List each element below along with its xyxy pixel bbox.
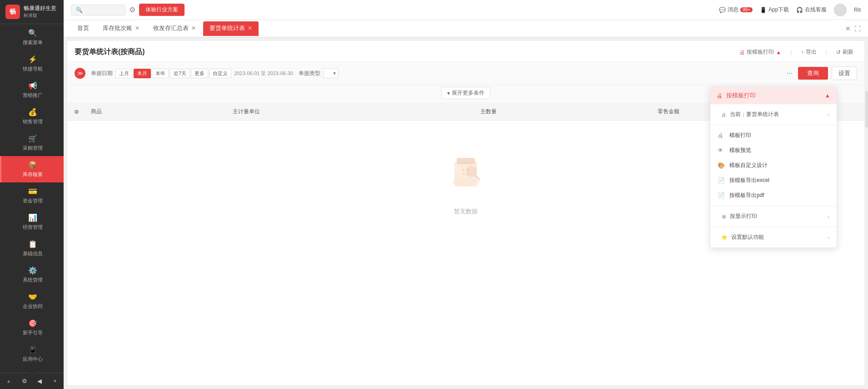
dropdown-template-design[interactable]: 🎨 模板自定义设计: [710, 158, 837, 173]
cooperation-icon: 🤝: [28, 293, 37, 301]
settings-btn[interactable]: 设置: [832, 66, 857, 80]
scroll-down-btn[interactable]: ▼: [52, 378, 58, 384]
tab-close-icon[interactable]: ✕: [191, 25, 196, 31]
export-excel-label: 按模板导出excel: [729, 177, 769, 184]
username: Rit: [854, 7, 861, 13]
tab-inventory-batch[interactable]: 库存批次账 ✕: [96, 21, 146, 36]
template-design-label: 模板自定义设计: [729, 162, 768, 169]
sidebar-item-basic[interactable]: 📋 基础信息: [0, 235, 64, 262]
scroll-up-btn[interactable]: ▲: [5, 378, 12, 384]
expand-more-btn[interactable]: ▾ 展开更多条件: [441, 87, 490, 99]
sidebar-item-operation[interactable]: 📊 经营管理: [0, 209, 64, 235]
sidebar-item-wechat[interactable]: 💬 企业微信: [0, 367, 64, 373]
purchase-icon: 🛒: [28, 134, 37, 143]
chevron-right-icon3: ›: [828, 235, 829, 240]
export-excel-icon: 📄: [718, 177, 725, 184]
date-filter-group: 单据日期 上月 本月 本年 近7天 更多 自定义 2023-06-01 至 20…: [91, 69, 293, 78]
date-btn-custom[interactable]: 自定义: [209, 69, 231, 78]
date-btn-more[interactable]: 更多: [191, 69, 208, 78]
filter-bar: ≫ 单据日期 上月 本月 本年 近7天 更多 自定义 2023-06-01 至 …: [67, 62, 864, 85]
export-icon: ↑: [801, 49, 804, 56]
template-preview-icon: 👁: [718, 147, 725, 154]
dropdown-collapse-btn[interactable]: ▲: [825, 92, 830, 99]
maximize-window-btn[interactable]: ⛶: [854, 25, 861, 32]
current-template-icon: 🖨: [721, 112, 726, 117]
sidebar: 畅 畅康通好生意 标准版 🔍 搜索菜单 ⚡ 快捷导航 📢 营销推广 💰 销售管理…: [0, 0, 64, 389]
print-template-label: 按模板打印: [747, 48, 774, 56]
tab-close-icon[interactable]: ✕: [135, 25, 140, 31]
app-icon: 📱: [760, 7, 767, 13]
right-scrollbar[interactable]: [865, 91, 868, 127]
sidebar-footer: ▲ ⚙ ◀ ▼: [0, 373, 64, 389]
date-btn-prev-month[interactable]: 上月: [115, 69, 133, 78]
filter-expand-btn[interactable]: ≫: [75, 68, 85, 79]
sidebar-item-sales[interactable]: 💰 销售管理: [0, 103, 64, 130]
marketing-icon: 📢: [28, 81, 37, 90]
collapse-icon[interactable]: ◀: [37, 378, 42, 384]
apps-icon: 📱: [28, 345, 37, 354]
display-print-icon: 🖥: [721, 214, 726, 219]
header-search-box[interactable]: 🔍: [71, 5, 125, 15]
dropdown-export-excel[interactable]: 📄 按模板导出excel: [710, 173, 837, 188]
set-default-label: 设置默认功能: [728, 233, 828, 241]
online-service-label: 在线客服: [805, 6, 827, 14]
more-options-icon[interactable]: ···: [785, 69, 794, 77]
main-area: 🔍 ⚙ 体验行业方案 💬 消息 99+ 📱 App下载 🎧 在线客服 Rit: [64, 0, 868, 389]
dropdown-current-item[interactable]: 🖨 当前：要货单统计表 ›: [710, 107, 837, 122]
date-filter-label: 单据日期: [91, 70, 113, 77]
sidebar-item-guide[interactable]: 🎯 新手引导: [0, 314, 64, 341]
user-avatar[interactable]: [834, 4, 847, 16]
basic-icon: 📋: [28, 240, 37, 248]
date-btn-this-month[interactable]: 本月: [134, 69, 151, 78]
tab-label: 要货单统计表: [210, 24, 245, 32]
tab-home[interactable]: 首页: [71, 21, 95, 36]
chevron-right-icon2: ›: [828, 214, 829, 219]
sidebar-item-system[interactable]: ⚙️ 系统管理: [0, 262, 64, 288]
sidebar-item-shortcut[interactable]: ⚡ 快捷导航: [0, 51, 64, 77]
export-label: 导出: [806, 48, 817, 56]
tab-order-stats[interactable]: 要货单统计表 ✕: [203, 21, 259, 36]
trial-btn[interactable]: 体验行业方案: [139, 4, 185, 16]
sidebar-item-purchase[interactable]: 🛒 采购管理: [0, 130, 64, 156]
refresh-btn[interactable]: ↺ 刷新: [833, 46, 857, 58]
dropdown-template-preview[interactable]: 👁 模板预览: [710, 143, 837, 158]
sidebar-item-apps[interactable]: 📱 应用中心: [0, 341, 64, 367]
guide-icon: 🎯: [28, 319, 37, 328]
col-settings[interactable]: ⚙: [67, 103, 85, 121]
header-right: 💬 消息 99+ 📱 App下载 🎧 在线客服 Rit: [719, 4, 861, 16]
app-download-btn[interactable]: 📱 App下载: [760, 6, 789, 14]
sidebar-item-label: 企业协同: [23, 303, 43, 310]
sidebar-item-marketing[interactable]: 📢 营销推广: [0, 77, 64, 103]
header-gear-icon[interactable]: ⚙: [129, 5, 135, 14]
date-btn-7days[interactable]: 近7天: [170, 69, 190, 78]
close-window-btn[interactable]: ✕: [845, 25, 851, 32]
tab-receipt-summary[interactable]: 收发存汇总表 ✕: [147, 21, 202, 36]
message-btn[interactable]: 💬 消息 99+: [719, 6, 753, 14]
sidebar-item-finance[interactable]: 💳 资金管理: [0, 182, 64, 209]
order-type-select[interactable]: [323, 68, 339, 78]
set-default-icon: ⭐: [721, 234, 728, 240]
dropdown-display-print[interactable]: 🖥 按显示打印 ›: [710, 209, 837, 224]
template-design-icon: 🎨: [718, 162, 725, 169]
operation-icon: 📊: [28, 213, 37, 222]
template-preview-label: 模板预览: [729, 147, 751, 154]
date-btn-this-year[interactable]: 本年: [152, 69, 169, 78]
query-btn[interactable]: 查询: [798, 67, 828, 80]
inventory-icon: 📦: [28, 161, 37, 169]
dropdown-set-default[interactable]: ⭐ 设置默认功能 ›: [710, 230, 837, 245]
print-template-btn[interactable]: 🖨 按模板打印 ▲: [736, 46, 785, 58]
page-actions: 🖨 按模板打印 ▲ | ↑ 导出 | ↺ 刷新: [736, 46, 857, 58]
dropdown-export-pdf[interactable]: 📄 按模板导出pdf: [710, 188, 837, 203]
sidebar-item-label: 快捷导航: [23, 66, 43, 72]
sidebar-item-inventory[interactable]: 📦 库存核算: [0, 156, 64, 182]
dropdown-current-section: 🖨 当前：要货单统计表 ›: [710, 104, 837, 125]
export-btn[interactable]: ↑ 导出: [798, 46, 820, 58]
online-service-btn[interactable]: 🎧 在线客服: [796, 6, 827, 14]
settings-gear-icon[interactable]: ⚙: [22, 378, 27, 384]
sidebar-item-cooperation[interactable]: 🤝 企业协同: [0, 288, 64, 314]
dropdown-template-print[interactable]: 🖨 模板打印: [710, 128, 837, 143]
dropdown-title-group: 🖨 按模板打印: [717, 91, 756, 100]
logo-name: 畅康通好生意: [24, 5, 56, 12]
tab-close-icon[interactable]: ✕: [248, 25, 252, 31]
sidebar-item-search[interactable]: 🔍 搜索菜单: [0, 24, 64, 51]
